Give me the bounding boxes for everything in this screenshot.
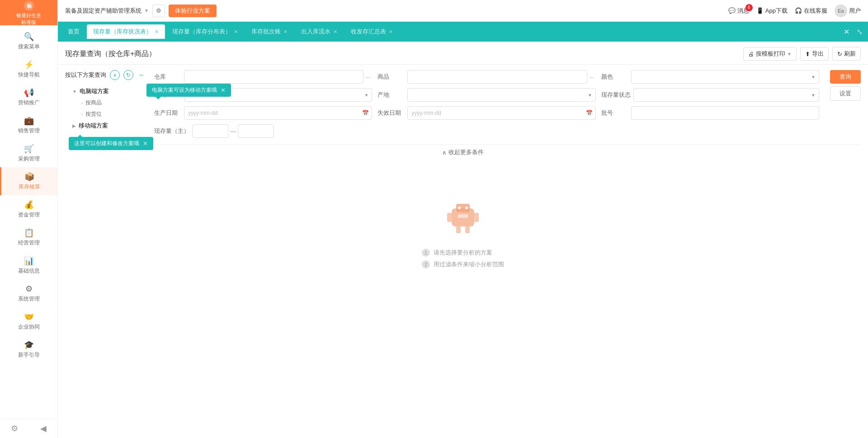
tab-stock-status-label: 现存量（库存状况表） <box>93 28 152 36</box>
export-icon: ⬆ <box>805 51 810 57</box>
tab-batch-account[interactable]: 库存批次账 ✕ <box>245 24 294 39</box>
sidebar-label-sales: 销售管理 <box>18 127 40 135</box>
sidebar-item-purchase[interactable]: 🛒 采购管理 <box>0 139 57 167</box>
stock-qty-max[interactable] <box>238 124 274 138</box>
sidebar-item-basic[interactable]: 📊 基础信息 <box>0 251 57 279</box>
scheme-sub-goods[interactable]: · 按商品 <box>78 97 147 108</box>
sidebar-item-inventory[interactable]: 📦 库存核算 <box>0 167 57 195</box>
print-btn[interactable]: 🖨 按模板打印 ▼ <box>743 47 797 61</box>
range-separator: — <box>230 128 236 135</box>
expiry-date-start[interactable]: yyyy-mm-dd 📅 <box>407 106 595 120</box>
tab-inout-close[interactable]: ✕ <box>333 29 337 35</box>
sidebar-item-guide[interactable]: 🎓 新手引导 <box>0 335 57 363</box>
tab-receive-close[interactable]: ✕ <box>389 29 393 35</box>
page-header: 现存量查询（按仓库+商品） 🖨 按模板打印 ▼ ⬆ 导出 ↻ 刷新 <box>58 42 868 65</box>
filter-add-btn[interactable]: + <box>110 70 120 80</box>
prod-date-start-icon[interactable]: 📅 <box>362 110 369 116</box>
sidebar-item-finance[interactable]: 💰 资金管理 <box>0 195 57 223</box>
tab-batch-close[interactable]: ✕ <box>283 29 288 35</box>
tab-stock-status-close[interactable]: ✕ <box>155 29 159 35</box>
svg-point-5 <box>465 207 468 209</box>
refresh-btn[interactable]: ↻ 刷新 <box>832 47 861 61</box>
product-input[interactable] <box>407 70 587 84</box>
main-content: 现存量查询（按仓库+商品） 🖨 按模板打印 ▼ ⬆ 导出 ↻ 刷新 <box>58 42 868 438</box>
tab-expand-btn[interactable]: ⤡ <box>855 27 864 37</box>
global-settings-btn[interactable]: ⚙ <box>152 5 165 17</box>
sidebar-icon-system: ⚙ <box>25 284 33 294</box>
field-expiry-date: 失效日期 yyyy-mm-dd 📅 <box>377 106 595 120</box>
sidebar-item-enterprise[interactable]: 🤝 企业协同 <box>0 307 57 335</box>
origin-select-wrap: ▼ <box>407 88 595 102</box>
tab-stock-dist-label: 现存量（库存分布表） <box>172 28 231 36</box>
system-selector[interactable]: 装备及固定资产辅助管理系统 ▼ <box>65 7 149 15</box>
sidebar: 畅 畅通好生意 标准版 🔍 搜索菜单 ⚡ 快捷导航 📢 营销推广 💼 销售管理 … <box>0 0 58 438</box>
collapse-btn[interactable]: ∧ 收起更多条件 <box>442 148 484 156</box>
sidebar-icon-finance: 💰 <box>24 200 34 210</box>
notification-btn[interactable]: 💬 消息 6 <box>728 7 749 15</box>
sidebar-icon-operation: 📋 <box>24 228 34 238</box>
sidebar-item-operation[interactable]: 📋 经营管理 <box>0 223 57 251</box>
sidebar-icon-marketing: 📢 <box>24 88 34 98</box>
tab-stock-dist[interactable]: 现存量（库存分布表） ✕ <box>166 24 244 39</box>
tab-receive-summary[interactable]: 收发存汇总表 ✕ <box>344 24 399 39</box>
tab-stock-dist-close[interactable]: ✕ <box>234 29 238 35</box>
system-name: 装备及固定资产辅助管理系统 <box>65 7 142 15</box>
scheme-sub-location[interactable]: · 按货位 <box>78 108 147 120</box>
support-icon: 🎧 <box>795 7 802 14</box>
tab-bar: 首页 现存量（库存状况表） ✕ 现存量（库存分布表） ✕ 库存批次账 ✕ 出入库… <box>58 22 868 42</box>
tab-inout-label: 出入库流水 <box>301 28 330 36</box>
user-area[interactable]: Ea 用户 <box>835 5 861 17</box>
stock-qty-min[interactable] <box>192 124 228 138</box>
filter-cycle-btn[interactable]: ↻ <box>123 70 133 80</box>
filter-row-3: 生产日期 yyyy-mm-dd 📅 失效日期 <box>154 106 819 120</box>
experience-btn[interactable]: 体验行业方案 <box>169 5 217 17</box>
filter-label: 按以下方案查询 <box>65 71 106 79</box>
product-dots[interactable]: ··· <box>587 74 596 80</box>
field-batch: 批号 <box>601 106 819 120</box>
export-btn[interactable]: ⬆ 导出 <box>800 47 829 61</box>
prod-date-start[interactable]: yyyy-mm-dd 📅 <box>184 106 372 120</box>
filter-back-btn[interactable]: ← <box>137 70 147 80</box>
page-title: 现存量查询（按仓库+商品） <box>65 49 156 59</box>
warehouse-dots[interactable]: ··· <box>363 74 372 80</box>
mobile-expand-icon: ▶ <box>72 123 76 128</box>
svg-rect-8 <box>474 213 479 222</box>
field-origin: 产地 ▼ <box>377 88 595 102</box>
sidebar-item-sales[interactable]: 💼 销售管理 <box>0 111 57 139</box>
tab-stock-status[interactable]: 现存量（库存状况表） ✕ <box>87 24 165 39</box>
tab-close-all-btn[interactable]: ✕ <box>842 27 851 37</box>
search-btn[interactable]: 查询 <box>830 70 861 84</box>
sidebar-label-operation: 经营管理 <box>18 239 40 247</box>
sidebar-label-purchase: 采购管理 <box>18 155 40 163</box>
pc-expand-icon: ▼ <box>72 89 77 94</box>
online-support-btn[interactable]: 🎧 在线客服 <box>795 7 827 15</box>
expiry-date-icon[interactable]: 📅 <box>586 110 593 116</box>
logo-icon: 畅 <box>22 0 36 11</box>
color-input[interactable] <box>631 70 819 84</box>
sidebar-label-inventory: 库存核算 <box>19 183 40 191</box>
settings-bottom-btn[interactable]: ⚙ <box>11 424 18 433</box>
tab-home[interactable]: 首页 <box>61 24 86 39</box>
sidebar-item-search[interactable]: 🔍 搜索菜单 <box>0 27 57 55</box>
empty-illustration <box>440 193 486 238</box>
sidebar-label-system: 系统管理 <box>18 295 40 303</box>
scheme-tooltip-close[interactable]: ✕ <box>221 87 226 94</box>
scheme-mobile[interactable]: ▶ 移动端方案 <box>69 120 147 132</box>
app-download-btn[interactable]: 📱 App下载 <box>756 7 788 15</box>
warehouse-input[interactable] <box>184 70 363 84</box>
sidebar-item-quick-nav[interactable]: ⚡ 快捷导航 <box>0 55 57 83</box>
scheme-pc[interactable]: ▼ 电脑端方案 <box>69 85 147 97</box>
tab-inout-flow[interactable]: 出入库流水 ✕ <box>295 24 344 39</box>
sidebar-label-guide: 新手引导 <box>18 351 40 359</box>
stock-status-input[interactable] <box>633 88 819 102</box>
filter-area: 按以下方案查询 + ↻ ← 电脑方案可设为移动方案哦 ✕ <box>58 65 868 165</box>
reset-btn[interactable]: 设置 <box>830 86 861 101</box>
scheme-tooltip: 电脑方案可设为移动方案哦 ✕ <box>146 84 231 97</box>
edit-tooltip-close[interactable]: ✕ <box>143 140 148 147</box>
filter-header: 按以下方案查询 + ↻ ← <box>65 70 147 80</box>
sidebar-item-system[interactable]: ⚙ 系统管理 <box>0 279 57 307</box>
origin-input[interactable] <box>407 88 595 102</box>
collapse-sidebar-btn[interactable]: ◀ <box>40 424 47 433</box>
batch-input[interactable] <box>631 106 819 120</box>
sidebar-item-marketing[interactable]: 📢 营销推广 <box>0 83 57 111</box>
